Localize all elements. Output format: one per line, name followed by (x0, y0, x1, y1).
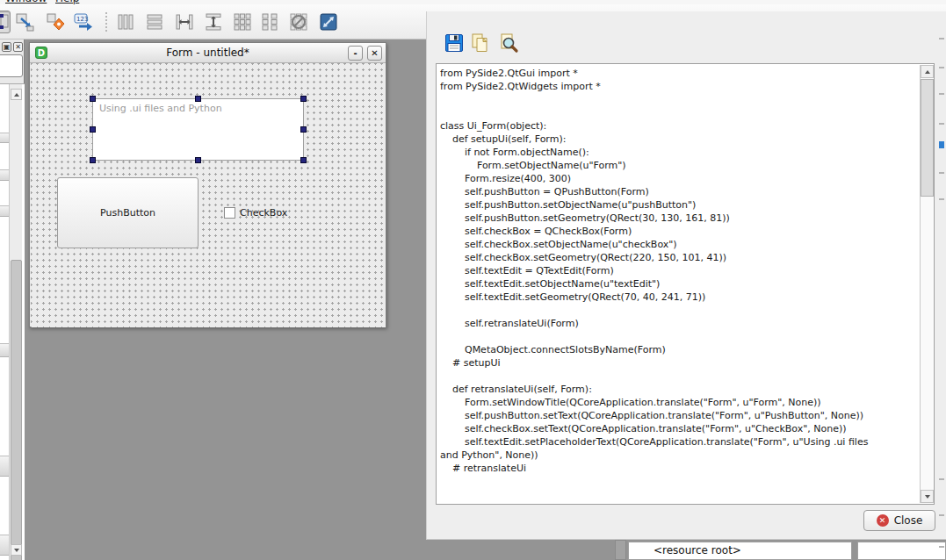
form-canvas[interactable]: Using .ui files and Python PushButton Ch… (31, 63, 386, 327)
edge-mark (939, 93, 944, 95)
layout-horizontal-splitter-button[interactable] (173, 11, 196, 33)
scroll-down-icon[interactable] (921, 490, 934, 503)
code-line: self.textEdit = QTextEdit(Form) (440, 264, 916, 277)
adjust-size-icon (318, 11, 339, 32)
pushbutton-widget[interactable]: PushButton (57, 177, 199, 248)
save-icon (444, 33, 464, 53)
selection-handle-ne[interactable] (300, 96, 307, 102)
splitter-handle[interactable] (615, 540, 626, 560)
widget-box-panel: ▣ ✕ (0, 39, 25, 560)
selection-handle-e[interactable] (300, 126, 307, 133)
adjust-size-button[interactable] (317, 11, 340, 33)
dock-close-button[interactable]: ✕ (13, 42, 23, 52)
form-editor-window: D Form - untitled* - ✕ Using .ui files a… (29, 42, 386, 327)
svg-text:123: 123 (76, 16, 88, 23)
code-line: # retranslateUi (440, 462, 916, 475)
break-layout-button[interactable] (287, 11, 310, 33)
checkbox-widget[interactable]: CheckBox (224, 195, 313, 231)
layout-grid-button[interactable] (231, 11, 254, 33)
break-layout-icon (288, 11, 309, 32)
layout-horizontal-splitter-icon (174, 11, 195, 32)
layout-horizontal-icon (115, 11, 136, 32)
edge-mark (939, 67, 944, 68)
code-line: self.checkBox.setGeometry(QRect(220, 150… (440, 251, 916, 264)
selection-handle-sw[interactable] (90, 157, 96, 163)
selection-handle-s[interactable] (195, 157, 201, 163)
widget-category[interactable] (0, 456, 9, 477)
find-button[interactable] (498, 32, 519, 54)
close-button-label: Close (894, 514, 923, 527)
code-line: if not Form.objectName(): (440, 146, 916, 159)
widget-category[interactable] (0, 133, 9, 143)
checkbox-label: CheckBox (240, 207, 287, 219)
layout-form-button[interactable] (258, 11, 281, 33)
edge-mark (939, 546, 944, 548)
code-line: self.retranslateUi(Form) (440, 317, 916, 330)
edit-widgets-button[interactable] (0, 11, 11, 33)
code-line: self.textEdit.setGeometry(QRect(70, 40, … (440, 291, 916, 304)
code-line (440, 93, 916, 106)
layout-form-icon (259, 11, 280, 32)
layout-grid-icon (232, 11, 253, 32)
textedit-widget[interactable]: Using .ui files and Python (92, 98, 304, 161)
code-view[interactable]: from PySide2.QtGui import *from PySide2.… (436, 63, 935, 505)
code-scrollbar[interactable] (920, 65, 933, 503)
designer-form-icon: D (35, 47, 47, 59)
widget-list[interactable] (0, 83, 25, 560)
code-line: and Python", None)) (440, 449, 916, 462)
code-line: self.pushButton = QPushButton(Form) (440, 185, 916, 198)
widget-category[interactable] (0, 535, 9, 556)
menu-help[interactable]: Help (55, 0, 79, 4)
code-line: def setupUi(self, Form): (440, 133, 916, 146)
selection-handle-n[interactable] (195, 96, 201, 102)
code-preview-dialog: from PySide2.QtGui import *from PySide2.… (426, 11, 946, 540)
scrollbar-thumb[interactable] (11, 260, 22, 560)
form-window-titlebar[interactable]: D Form - untitled* - ✕ (30, 43, 386, 63)
code-line (440, 370, 916, 383)
layout-vertical-icon (144, 11, 165, 32)
widget-filter-input[interactable] (0, 54, 23, 77)
scroll-up-icon[interactable] (921, 65, 934, 78)
code-line (440, 304, 916, 317)
selection-handle-nw[interactable] (90, 96, 96, 102)
widget-list-scrollbar[interactable] (9, 84, 22, 560)
checkbox-indicator[interactable] (224, 207, 235, 219)
save-button[interactable] (444, 32, 465, 54)
selection-handle-se[interactable] (300, 157, 307, 163)
code-line: self.pushButton.setGeometry(QRect(30, 13… (440, 212, 916, 225)
menu-window[interactable]: Window (5, 0, 47, 4)
scroll-down-icon[interactable] (11, 544, 22, 556)
code-line: self.pushButton.setObjectName(u"pushButt… (440, 198, 916, 212)
code-line: Form.setWindowTitle(QCoreApplication.tra… (440, 396, 916, 409)
menubar: Window Help (0, 0, 946, 4)
widget-category[interactable] (0, 205, 9, 217)
layout-horizontal-button[interactable] (114, 11, 137, 33)
layout-vertical-splitter-button[interactable] (202, 11, 225, 33)
edge-mark (939, 172, 944, 174)
edge-mark (939, 514, 944, 516)
widget-category[interactable] (0, 169, 9, 181)
textedit-placeholder: Using .ui files and Python (93, 99, 303, 118)
minimize-button[interactable]: - (348, 46, 363, 61)
code-line: class Ui_Form(object): (440, 119, 916, 133)
scrollbar-thumb[interactable] (921, 79, 934, 197)
copy-button[interactable] (470, 32, 491, 54)
layout-vertical-button[interactable] (143, 11, 166, 33)
close-button[interactable]: ✕ Close (863, 510, 935, 531)
resource-browser: <resource root> (628, 542, 852, 560)
scroll-up-icon[interactable] (11, 89, 22, 100)
resource-root-item[interactable]: <resource root> (629, 542, 851, 559)
code-line: def retranslateUi(self, Form): (440, 383, 916, 396)
close-window-icon[interactable]: ✕ (367, 46, 382, 61)
selection-handle-w[interactable] (90, 126, 96, 133)
dock-float-button[interactable]: ▣ (2, 42, 11, 52)
code-line: self.checkBox = QCheckBox(Form) (440, 225, 916, 238)
code-line: self.checkBox.setObjectName(u"checkBox") (440, 238, 916, 251)
edit-tab-order-button[interactable]: 123 (72, 11, 95, 33)
edit-widgets-icon (0, 11, 10, 32)
edit-signals-slots-button[interactable] (13, 11, 36, 33)
edit-buddies-button[interactable] (44, 11, 67, 33)
widget-category[interactable] (0, 343, 9, 357)
code-line: # setupUi (440, 356, 916, 370)
edge-mark (939, 123, 944, 125)
